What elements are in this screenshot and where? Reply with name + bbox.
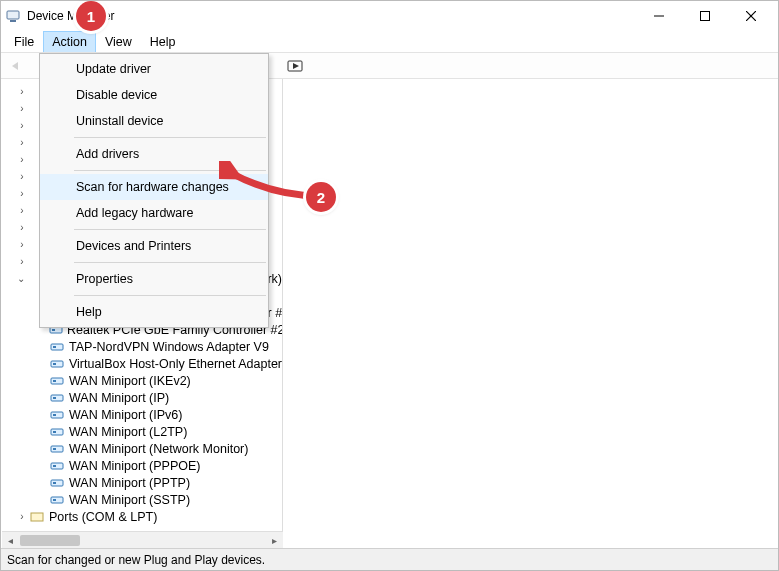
svg-rect-30 (53, 482, 56, 484)
tree-device-item[interactable]: WAN Miniport (SSTP) (49, 491, 282, 508)
svg-rect-32 (53, 499, 56, 501)
twisty-collapsed-icon: › (15, 222, 29, 233)
svg-rect-14 (53, 346, 56, 348)
twisty-expanded-icon: ⌄ (15, 273, 28, 284)
statusbar-text: Scan for changed or new Plug and Play de… (7, 553, 265, 567)
menuitem-update-driver[interactable]: Update driver (40, 56, 268, 82)
tree-device-label: VirtualBox Host-Only Ethernet Adapter (69, 357, 282, 371)
tree-category-label: Ports (COM & LPT) (49, 510, 157, 524)
tree-device-label: WAN Miniport (PPPOE) (69, 459, 201, 473)
tree-device-item[interactable]: WAN Miniport (Network Monitor) (49, 440, 282, 457)
menu-separator (74, 262, 266, 263)
tree-device-item[interactable]: WAN Miniport (IP) (49, 389, 282, 406)
svg-rect-15 (51, 361, 63, 367)
menuitem-uninstall-device[interactable]: Uninstall device (40, 108, 268, 134)
tree-device-item[interactable]: WAN Miniport (PPPOE) (49, 457, 282, 474)
twisty-collapsed-icon: › (15, 239, 29, 250)
device-manager-icon (5, 8, 21, 24)
scroll-right-icon[interactable]: ▸ (266, 532, 283, 549)
svg-rect-17 (51, 378, 63, 384)
ports-icon (29, 510, 45, 524)
menu-help[interactable]: Help (141, 31, 185, 52)
scrollbar-thumb[interactable] (20, 535, 80, 546)
svg-rect-19 (51, 395, 63, 401)
menubar: File Action View Help (1, 31, 778, 53)
twisty-collapsed-icon: › (15, 205, 29, 216)
menuitem-scan-for-hardware-changes[interactable]: Scan for hardware changes (40, 174, 268, 200)
tree-horizontal-scrollbar[interactable]: ◂ ▸ (2, 531, 283, 548)
tree-device-label: WAN Miniport (Network Monitor) (69, 442, 248, 456)
tree-device-label: TAP-NordVPN Windows Adapter V9 (69, 340, 269, 354)
menuitem-properties[interactable]: Properties (40, 266, 268, 292)
network-adapter-icon (49, 459, 65, 473)
tree-device-item[interactable]: WAN Miniport (IKEv2) (49, 372, 282, 389)
menu-separator (74, 137, 266, 138)
menuitem-help[interactable]: Help (40, 299, 268, 325)
window-close-button[interactable] (728, 1, 774, 31)
menuitem-disable-device[interactable]: Disable device (40, 82, 268, 108)
toolbar-scan-hardware-button[interactable] (283, 55, 307, 77)
twisty-collapsed-icon: › (15, 103, 29, 114)
network-adapter-icon (49, 340, 65, 354)
svg-rect-3 (701, 12, 710, 21)
tree-device-item[interactable]: WAN Miniport (PPTP) (49, 474, 282, 491)
menu-separator (74, 229, 266, 230)
window-minimize-button[interactable] (636, 1, 682, 31)
scroll-left-icon[interactable]: ◂ (2, 532, 19, 549)
action-menu-dropdown: Update driver Disable device Uninstall d… (39, 53, 269, 328)
menuitem-add-legacy-hardware[interactable]: Add legacy hardware (40, 200, 268, 226)
tree-device-item[interactable]: WAN Miniport (IPv6) (49, 406, 282, 423)
svg-rect-18 (53, 380, 56, 382)
svg-rect-16 (53, 363, 56, 365)
network-adapter-icon (49, 442, 65, 456)
tree-device-label: WAN Miniport (IPv6) (69, 408, 182, 422)
tree-device-label: WAN Miniport (PPTP) (69, 476, 190, 490)
twisty-collapsed-icon: › (15, 256, 29, 267)
menu-separator (74, 170, 266, 171)
tree-device-label: WAN Miniport (IP) (69, 391, 169, 405)
network-adapter-icon (49, 391, 65, 405)
tree-device-item[interactable]: TAP-NordVPN Windows Adapter V9 (49, 338, 282, 355)
tree-device-item[interactable]: WAN Miniport (L2TP) (49, 423, 282, 440)
svg-rect-29 (51, 480, 63, 486)
twisty-collapsed-icon: › (15, 511, 29, 522)
network-adapter-icon (49, 408, 65, 422)
tree-device-label: WAN Miniport (IKEv2) (69, 374, 191, 388)
toolbar-back-button[interactable] (4, 55, 28, 77)
window-maximize-button[interactable] (682, 1, 728, 31)
svg-rect-13 (51, 344, 63, 350)
window-titlebar: Device Manager (1, 1, 778, 31)
tree-category-ports[interactable]: › Ports (COM & LPT) (15, 508, 282, 525)
menu-separator (74, 295, 266, 296)
network-adapter-icon (49, 493, 65, 507)
tree-device-label: WAN Miniport (L2TP) (69, 425, 187, 439)
annotation-badge-2: 2 (306, 182, 336, 212)
menuitem-devices-and-printers[interactable]: Devices and Printers (40, 233, 268, 259)
menu-file[interactable]: File (5, 31, 43, 52)
menu-action[interactable]: Action (43, 31, 96, 52)
svg-rect-26 (53, 448, 56, 450)
svg-rect-0 (7, 11, 19, 19)
menu-view[interactable]: View (96, 31, 141, 52)
twisty-collapsed-icon: › (15, 171, 29, 182)
svg-rect-22 (53, 414, 56, 416)
svg-rect-21 (51, 412, 63, 418)
svg-rect-12 (52, 329, 55, 331)
tree-device-item[interactable]: VirtualBox Host-Only Ethernet Adapter (49, 355, 282, 372)
svg-rect-20 (53, 397, 56, 399)
annotation-badge-1: 1 (76, 1, 106, 31)
twisty-collapsed-icon: › (15, 188, 29, 199)
menuitem-add-drivers[interactable]: Add drivers (40, 141, 268, 167)
svg-rect-24 (53, 431, 56, 433)
svg-rect-25 (51, 446, 63, 452)
twisty-collapsed-icon: › (15, 120, 29, 131)
svg-rect-33 (31, 513, 43, 521)
statusbar: Scan for changed or new Plug and Play de… (1, 548, 778, 570)
twisty-collapsed-icon: › (15, 137, 29, 148)
network-adapter-icon (49, 357, 65, 371)
svg-rect-27 (51, 463, 63, 469)
tree-device-label: WAN Miniport (SSTP) (69, 493, 190, 507)
twisty-collapsed-icon: › (15, 154, 29, 165)
network-adapter-icon (49, 476, 65, 490)
network-adapter-icon (49, 425, 65, 439)
